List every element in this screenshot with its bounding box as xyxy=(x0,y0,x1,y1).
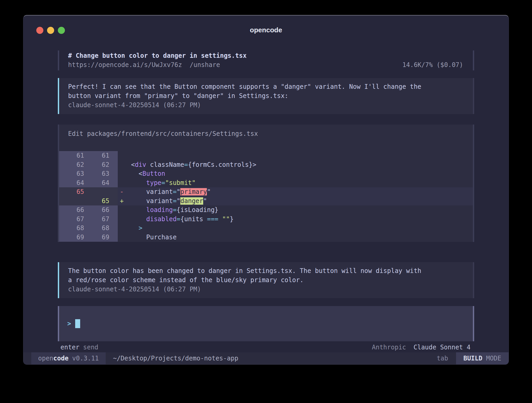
send-hint-label: send xyxy=(83,343,98,351)
diff-row: 6666 loading={isLoading} xyxy=(58,205,474,215)
assistant-message: Perfect! I can see that the Button compo… xyxy=(58,78,474,114)
status-bar: opencode v0.3.11 ~/Desktop/Projects/demo… xyxy=(23,352,509,364)
main-content: # Change button color to danger in setti… xyxy=(58,42,474,352)
footer-hints: enter send Anthropic Claude Sonnet 4 xyxy=(58,343,474,351)
diff-row: 6767 disabled={units === ""} xyxy=(58,215,474,224)
working-directory: ~/Desktop/Projects/demo-notes-app xyxy=(113,355,238,362)
app-name-normal: open xyxy=(38,355,53,362)
input-right-edge xyxy=(473,306,474,341)
message-line: button variant from "primary" to "danger… xyxy=(68,91,463,101)
input-left-edge xyxy=(58,306,59,341)
model-indicator: Anthropic Claude Sonnet 4 xyxy=(372,343,470,351)
diff-row: 6868 > xyxy=(58,224,474,233)
diff-table: 61616262 <div className={formCs.controls… xyxy=(58,151,474,242)
model-name: Claude Sonnet 4 xyxy=(413,344,470,351)
edit-file-path: Edit packages/frontend/src/containers/Se… xyxy=(58,129,474,138)
edit-left-edge xyxy=(58,125,59,242)
header-right-edge xyxy=(473,50,474,70)
diff-row: 6161 xyxy=(58,151,474,160)
header-left-edge xyxy=(58,50,59,70)
message-line: a red/rose color scheme instead of the b… xyxy=(68,276,463,285)
titlebar: opencode xyxy=(23,16,509,42)
diff-row: 6363 <Button xyxy=(58,169,474,178)
session-title: # Change button color to danger in setti… xyxy=(68,51,247,60)
mode-name: BUILD xyxy=(463,355,482,362)
diff-row: 6464 type="submit" xyxy=(58,178,474,188)
assistant-message: The button color has been changed to dan… xyxy=(58,262,474,298)
tab-key-hint[interactable]: tab xyxy=(437,355,448,362)
prompt-input[interactable]: > xyxy=(58,306,474,341)
message-model-meta: claude-sonnet-4-20250514 (06:27 PM) xyxy=(68,285,463,294)
text-cursor xyxy=(75,319,80,328)
prompt-symbol: > xyxy=(67,320,71,327)
opencode-window: opencode # Change button color to danger… xyxy=(23,15,509,365)
desktop: { "window": { "title": "opencode" }, "he… xyxy=(0,0,532,403)
window-title: opencode xyxy=(23,26,509,34)
edit-tool-block: Edit packages/frontend/src/containers/Se… xyxy=(58,125,474,242)
model-provider: Anthropic xyxy=(372,344,406,351)
message-accent-bar xyxy=(58,78,59,114)
enter-key-hint: enter xyxy=(60,343,79,351)
message-accent-bar xyxy=(58,262,59,298)
message-line: The button color has been changed to dan… xyxy=(68,266,463,276)
edit-right-edge xyxy=(473,125,474,242)
message-line: Perfect! I can see that the Button compo… xyxy=(68,82,463,91)
app-version: v0.3.11 xyxy=(72,355,99,362)
diff-row: 6969 Purchase xyxy=(58,233,474,242)
diff-row: 65- variant="primary" xyxy=(58,187,474,197)
app-name-bold: code xyxy=(53,355,69,362)
message-model-meta: claude-sonnet-4-20250514 (06:27 PM) xyxy=(68,101,463,110)
message-right-edge xyxy=(473,78,474,114)
diff-row: 65+ variant="danger" xyxy=(58,197,474,206)
session-header: # Change button color to danger in setti… xyxy=(58,50,474,70)
diff-row: 6262 <div className={formCs.controls}> xyxy=(58,160,474,169)
mode-suffix: MODE xyxy=(486,355,501,362)
mode-segment[interactable]: BUILD MODE xyxy=(456,352,509,364)
app-version-segment: opencode v0.3.11 xyxy=(31,352,106,364)
context-stats: 14.6K/7% ($0.07) xyxy=(402,60,463,70)
message-right-edge xyxy=(473,262,474,298)
unshare-command[interactable]: /unshare xyxy=(190,60,220,70)
share-url[interactable]: https://opencode.ai/s/UwJxv76z xyxy=(68,60,182,70)
